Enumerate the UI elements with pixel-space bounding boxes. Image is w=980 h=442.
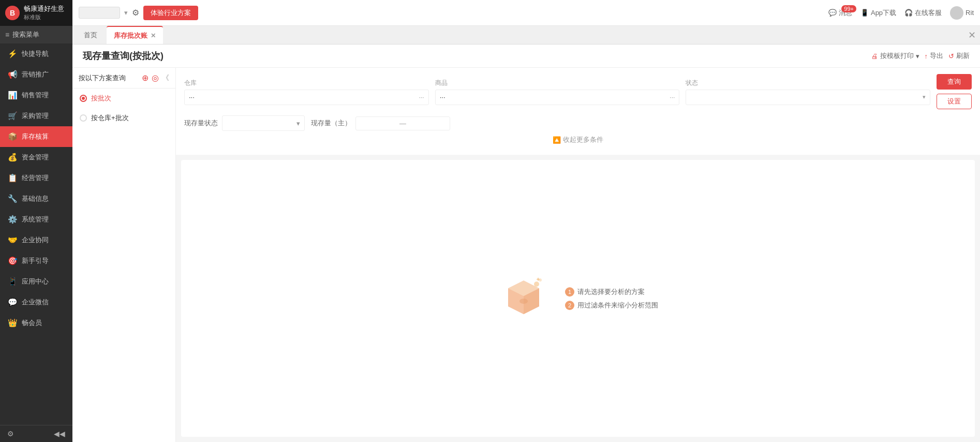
stock-status-label: 现存量状态 [184,119,218,128]
sidebar-item-member[interactable]: 👑 畅会员 [0,313,72,333]
system-icon: ⚙️ [7,214,18,225]
edition-label: 标准版 [24,13,64,21]
goods-dots-icon: ··· [670,94,675,101]
sidebar-item-quick-nav[interactable]: ⚡ 快捷导航 [0,43,72,64]
sidebar-item-marketing[interactable]: 📢 营销推广 [0,64,72,85]
app-download-item[interactable]: 📱 App下载 [860,8,896,18]
print-btn[interactable]: 🖨 按模板打印 ▾ [871,51,919,61]
goods-placeholder: ··· [440,93,446,101]
stock-qty-max-input[interactable] [409,120,446,127]
user-profile-item[interactable]: Rit [950,6,974,20]
nav-label: 新手引导 [22,256,49,266]
inventory-batch-tab-label: 库存批次账 [114,31,147,40]
collapse-sidebar-button[interactable]: ◀◀ [54,430,65,438]
collapse-conditions-row[interactable]: 🔼 收起更多条件 [184,131,972,149]
add-scheme-icon[interactable]: ⊕ [142,73,149,83]
condition-row-2: 现存量状态 ▾ 现存量（主） — [184,115,972,131]
finance-icon: 💰 [7,152,18,163]
status-input[interactable]: ▾ [686,90,930,105]
breadcrumb-input[interactable] [79,7,120,19]
online-service-item[interactable]: 🎧 在线客服 [904,8,942,18]
user-name: Rit [966,9,974,17]
tab-inventory-batch[interactable]: 库存批次账 ✕ [107,26,163,44]
sidebar-item-purchase[interactable]: 🛒 采购管理 [0,106,72,126]
page-actions: 🖨 按模板打印 ▾ ↑ 导出 ↺ 刷新 [871,51,970,61]
warehouse-dots-icon: ··· [419,94,424,101]
apps-icon: 📱 [7,276,18,287]
filter-item-by-warehouse-batch[interactable]: 按仓库+批次 [72,108,175,128]
sidebar-item-operations[interactable]: 📋 经营管理 [0,168,72,188]
nav-label: 营销推广 [22,70,49,79]
sidebar-item-system[interactable]: ⚙️ 系统管理 [0,209,72,230]
sidebar-item-sales[interactable]: 📊 销售管理 [0,85,72,106]
sidebar-item-apps[interactable]: 📱 应用中心 [0,271,72,292]
sidebar-bottom: ⚙ ◀◀ [0,425,72,442]
stock-status-condition: 现存量状态 ▾ [184,115,305,131]
sidebar-item-finance[interactable]: 💰 资金管理 [0,147,72,168]
sidebar-item-newbie[interactable]: 🎯 新手引导 [0,251,72,271]
page-title: 现存量查询(按批次) [83,50,164,62]
gear-icon[interactable]: ⚙ [132,8,139,18]
experience-btn[interactable]: 体验行业方案 [143,6,198,20]
page-header: 现存量查询(按批次) 🖨 按模板打印 ▾ ↑ 导出 ↺ 刷新 [72,45,980,68]
empty-state: ✦ 1 请先选择要分析的方案 2 用过滤条件来缩小分析范围 [181,160,975,437]
print-icon: 🖨 [871,52,878,60]
filter-label-by-warehouse-batch: 按仓库+批次 [91,113,129,123]
tab-home[interactable]: 首页 [77,26,105,44]
tip-text-2: 用过滤条件来缩小分析范围 [577,301,658,310]
nav-label: 快捷导航 [22,49,49,58]
nav-label: 销售管理 [22,91,49,100]
topbar-right: 💬 消息 99+ 📱 App下载 🎧 在线客服 Rit [828,6,974,20]
nav-label: 系统管理 [22,215,49,224]
range-dash: — [399,120,406,127]
sales-icon: 📊 [7,90,18,100]
filter-item-by-batch[interactable]: 按批次 [72,89,175,108]
sidebar-search[interactable]: ≡ 搜索菜单 [0,26,72,43]
sidebar-nav: ⚡ 快捷导航 📢 营销推广 📊 销售管理 🛒 采购管理 📦 库存核算 💰 资金管… [0,43,72,425]
message-icon: 💬 [828,9,837,17]
goods-input[interactable]: ··· ··· [435,90,680,105]
scheme-settings-icon[interactable]: ◎ [152,73,159,83]
sidebar-item-basic[interactable]: 🔧 基础信息 [0,188,72,209]
search-icon: ≡ [5,31,9,39]
panel-collapse-icon[interactable]: 《 [162,73,169,83]
nav-label: 企业协同 [22,235,49,245]
warehouse-placeholder: ··· [189,93,195,101]
quick-nav-icon: ⚡ [7,49,18,59]
tab-close-icon[interactable]: ✕ [151,32,156,39]
stock-qty-label: 现存量（主） [311,119,351,128]
tab-close-panel-icon[interactable]: ✕ [968,30,976,41]
filter-panel-header: 按以下方案查询 ⊕ ◎ 《 [72,68,175,89]
newbie-icon: 🎯 [7,256,18,266]
status-arrow-icon: ▾ [923,94,926,100]
query-btn[interactable]: 查询 [937,74,972,90]
settings-condition-btn[interactable]: 设置 [937,94,972,109]
app-download-icon: 📱 [860,9,869,17]
export-btn[interactable]: ↑ 导出 [925,51,944,61]
company-name: 畅康通好生意 [24,5,64,13]
messages-item[interactable]: 💬 消息 99+ [828,8,852,18]
empty-state-content: ✦ 1 请先选择要分析的方案 2 用过滤条件来缩小分析范围 [498,273,658,325]
empty-tip-2: 2 用过滤条件来缩小分析范围 [565,301,658,310]
empty-svg-icon: ✦ [498,273,550,325]
collapse-conditions-label: 收起更多条件 [563,135,603,144]
refresh-label: 刷新 [956,51,970,61]
home-tab-label: 首页 [84,31,97,40]
nav-label: 采购管理 [22,111,49,121]
sidebar-item-inventory[interactable]: 📦 库存核算 [0,126,72,147]
settings-button[interactable]: ⚙ [7,430,14,438]
stock-status-arrow-icon: ▾ [296,120,300,127]
refresh-btn[interactable]: ↺ 刷新 [948,51,970,61]
condition-row-1: 仓库 ··· ··· 商品 ··· ··· [184,74,972,109]
sidebar-item-wechat[interactable]: 💬 企业微信 [0,292,72,313]
nav-label: 经营管理 [22,173,49,183]
dropdown-icon[interactable]: ▾ [124,9,128,17]
stock-status-select[interactable]: ▾ [222,115,305,131]
nav-label: 畅会员 [22,318,42,328]
filter-radio-by-batch [80,95,87,102]
warehouse-input[interactable]: ··· ··· [184,90,429,105]
stock-qty-min-input[interactable] [360,120,396,127]
message-badge: 99+ [841,5,856,12]
sidebar-item-enterprise[interactable]: 🤝 企业协同 [0,230,72,251]
print-dropdown-icon[interactable]: ▾ [916,52,919,60]
